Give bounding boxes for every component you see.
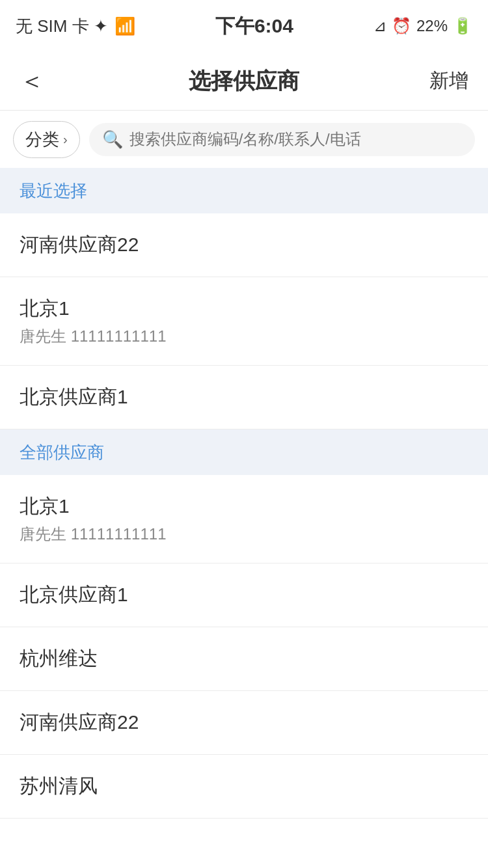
list-item[interactable]: 北京1 唐先生 11111111111 [0,277,488,366]
category-label: 分类 [25,128,59,151]
item-name: 河南供应商22 [20,709,468,736]
add-button[interactable]: 新增 [429,68,468,94]
all-list: 北京1 唐先生 11111111111 北京供应商1 杭州维达 河南供应商22 … [0,475,488,819]
sim-status: 无 SIM 卡 ✦ [16,15,108,38]
chevron-right-icon: › [63,132,68,147]
list-item[interactable]: 北京1 唐先生 11111111111 [0,475,488,563]
wifi-icon: 📶 [115,16,135,36]
location-icon: ⊿ [373,17,386,35]
item-name: 河南供应商22 [20,232,468,258]
status-time: 下午6:04 [215,13,293,40]
battery-icon: 🔋 [453,17,472,35]
recent-section-label: 最近选择 [20,180,87,202]
list-item[interactable]: 北京供应商1 [0,563,488,627]
alarm-icon: ⏰ [392,17,411,35]
list-item[interactable]: 北京供应商1 [0,366,488,429]
search-box[interactable]: 🔍 [89,123,475,156]
back-button[interactable]: ＜ [20,64,59,98]
category-button[interactable]: 分类 › [13,121,80,158]
list-item[interactable]: 河南供应商22 [0,213,488,277]
page-title: 选择供应商 [189,66,299,96]
status-bar: 无 SIM 卡 ✦ 📶 下午6:04 ⊿ ⏰ 22% 🔋 [0,0,488,52]
list-item[interactable]: 河南供应商22 [0,691,488,755]
recent-list: 河南供应商22 北京1 唐先生 11111111111 北京供应商1 [0,213,488,429]
item-name: 北京供应商1 [20,582,468,608]
all-section-header: 全部供应商 [0,429,488,475]
item-detail: 唐先生 11111111111 [20,326,468,347]
recent-section-header: 最近选择 [0,168,488,213]
all-section-label: 全部供应商 [20,441,104,464]
item-detail: 唐先生 11111111111 [20,524,468,545]
filter-bar: 分类 › 🔍 [0,111,488,168]
item-name: 北京供应商1 [20,384,468,411]
item-name: 北京1 [20,295,468,322]
list-item[interactable]: 杭州维达 [0,627,488,691]
status-right: ⊿ ⏰ 22% 🔋 [373,17,472,35]
item-name: 北京1 [20,493,468,520]
search-input[interactable] [129,130,462,148]
item-name: 苏州清风 [20,773,468,800]
nav-bar: ＜ 选择供应商 新增 [0,52,488,111]
list-item[interactable]: 苏州清风 [0,755,488,819]
search-icon: 🔍 [102,129,123,150]
status-left: 无 SIM 卡 ✦ 📶 [16,15,135,38]
battery-level: 22% [416,17,448,35]
item-name: 杭州维达 [20,645,468,672]
